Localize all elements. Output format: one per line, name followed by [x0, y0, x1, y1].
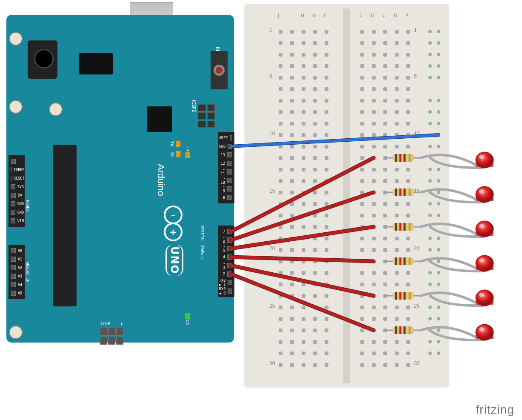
digital-upper-header: AREFGND1312~ 11~ 10~ 98 — [218, 132, 234, 203]
mounting-hole — [49, 103, 63, 116]
icsp2-label: ICSP2 — [191, 100, 196, 112]
svg-point-43 — [476, 152, 493, 168]
icsp-header — [100, 328, 123, 345]
arduino-pcb: RESET ICSP2 TX RX L ON Arduino – + UNO — [6, 15, 234, 343]
breadboard: 115510101515202025253030JIHGFEDCBA — [245, 4, 449, 387]
voltage-regulator — [79, 53, 113, 74]
icsp-label: ICSP — [100, 321, 110, 326]
tx-rx-leds: TX RX — [170, 140, 181, 157]
digital-lower-header: 7~ 6~ 54~ 32TX0 ▶ 1RX0 ◀ 0 — [218, 226, 234, 297]
power-header: IOREFRESET3V35VGNDGNDVIN — [9, 155, 25, 227]
svg-rect-51 — [476, 266, 493, 270]
l-led: L — [185, 147, 190, 158]
svg-point-52 — [476, 255, 493, 271]
atmega-chip — [53, 145, 77, 306]
mounting-hole — [9, 326, 23, 339]
arduino-brand-text: Arduino — [155, 164, 166, 196]
svg-point-50 — [479, 224, 484, 228]
circuit-diagram: https://microdigisoft.com - 11:26 am RES… — [0, 0, 522, 420]
svg-rect-45 — [476, 197, 493, 201]
icsp2-header — [198, 104, 215, 128]
mounting-hole — [9, 32, 23, 46]
svg-rect-54 — [476, 300, 493, 305]
svg-point-46 — [476, 186, 493, 203]
analog-header: A0A1A2A3A4A5 — [9, 245, 25, 299]
svg-point-47 — [479, 189, 484, 194]
uno-model-text: UNO — [165, 245, 183, 276]
digital-group-label: DIGITAL (PWM=~) — [200, 226, 204, 260]
svg-point-49 — [476, 221, 493, 237]
tx-label: TX — [170, 141, 174, 146]
mounting-hole — [9, 100, 23, 114]
svg-point-58 — [476, 324, 493, 340]
atmega16u2-chip — [147, 106, 172, 132]
svg-point-56 — [479, 293, 484, 297]
reset-button[interactable] — [214, 65, 225, 76]
fritzing-watermark: fritzing — [476, 403, 514, 417]
analog-group-label: ANALOG IN — [26, 262, 30, 283]
reset-button-housing — [211, 51, 228, 89]
svg-point-44 — [479, 155, 484, 159]
barrel-jack — [28, 40, 57, 79]
arduino-uno: RESET ICSP2 TX RX L ON Arduino – + UNO — [6, 2, 234, 343]
rx-label: RX — [170, 151, 174, 157]
svg-rect-57 — [476, 335, 493, 339]
svg-point-53 — [479, 258, 484, 263]
icsp-pin1-label: 1 — [120, 321, 123, 326]
power-group-label: POWER — [26, 200, 30, 211]
breadboard-gutter — [343, 9, 350, 383]
svg-rect-48 — [476, 231, 493, 236]
svg-rect-42 — [476, 163, 493, 167]
svg-point-59 — [479, 327, 484, 331]
arduino-logo-icon: – + — [164, 206, 183, 240]
svg-point-55 — [476, 290, 493, 306]
on-led: ON — [185, 313, 190, 326]
